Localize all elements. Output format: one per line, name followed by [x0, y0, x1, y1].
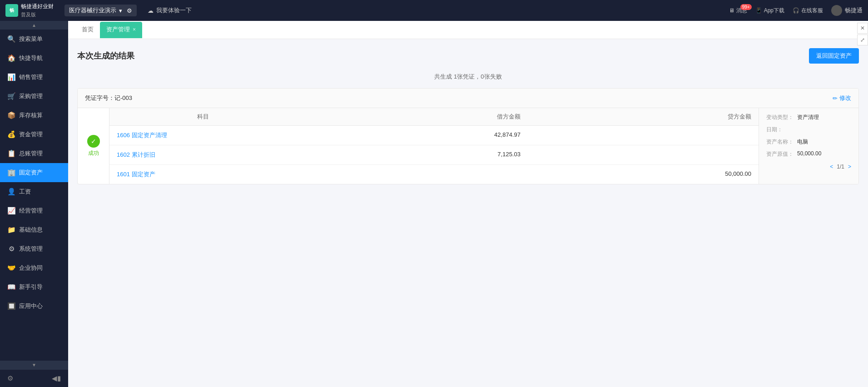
payroll-icon: 👤 — [7, 188, 15, 196]
tab-asset-mgmt[interactable]: 资产管理 × — [100, 22, 142, 38]
system-icon: ⚙ — [7, 245, 15, 253]
row2-debit: 7,125.03 — [297, 145, 528, 164]
sidebar-item-ledger[interactable]: 📋总账管理 — [0, 144, 68, 163]
original-value-value: 50,000.00 — [797, 150, 821, 158]
edit-icon: ✏ — [833, 95, 838, 102]
sidebar: ▲ 🔍搜索菜单🏠快捷导航📊销售管理🛒采购管理📦库存核算💰资金管理📋总账管理🏢固定… — [0, 21, 68, 387]
status-column: ✓ 成功 — [78, 108, 109, 184]
success-label: 成功 — [88, 149, 99, 157]
sidebar-item-purchase[interactable]: 🛒采购管理 — [0, 87, 68, 106]
company-selector[interactable]: 医疗器械行业演示 ▾ ⚙ — [64, 5, 137, 16]
row1-credit — [528, 126, 759, 145]
sidebar-item-base-info[interactable]: 📁基础信息 — [0, 220, 68, 239]
logo-title: 畅捷通好业财 — [21, 3, 54, 10]
company-name: 医疗器械行业演示 — [69, 6, 116, 15]
return-fixed-assets-button[interactable]: 返回固定资产 — [809, 48, 859, 64]
guide-icon: 📖 — [7, 283, 15, 291]
sidebar-item-system[interactable]: ⚙系统管理 — [0, 239, 68, 258]
cloud-icon: ☁ — [148, 7, 154, 14]
sidebar-item-label: 企业协同 — [19, 264, 43, 272]
sidebar-item-guide[interactable]: 📖新手引导 — [0, 278, 68, 297]
sidebar-item-label: 基础信息 — [19, 226, 43, 234]
panel-controls: ✕ ⤢ — [857, 23, 868, 45]
settings-icon[interactable]: ⚙ — [127, 7, 132, 14]
voucher-table: 科目 借方金额 贷方金额 1606 固定资产清理 42,874.97 16 — [109, 108, 759, 184]
top-header: 畅 畅捷通好业财 普及版 医疗器械行业演示 ▾ ⚙ ☁ 我要体验一下 🖥 消息 … — [0, 0, 868, 21]
sidebar-item-label: 系统管理 — [19, 245, 43, 253]
sidebar-item-label: 销售管理 — [19, 73, 43, 81]
app-download-action[interactable]: 📱 App下载 — [755, 7, 784, 15]
operations-icon: 📈 — [7, 207, 15, 215]
scroll-down-button[interactable]: ▼ — [0, 361, 68, 369]
row2-credit — [528, 145, 759, 164]
sidebar-item-inventory[interactable]: 📦库存核算 — [0, 106, 68, 125]
sidebar-item-label: 工资 — [19, 188, 31, 196]
original-value-label: 资产原值： — [766, 150, 794, 158]
download-icon: 📱 — [755, 7, 762, 14]
prev-page-button[interactable]: < — [830, 164, 833, 170]
scroll-up-button[interactable]: ▲ — [0, 21, 68, 30]
sidebar-item-label: 搜索菜单 — [19, 35, 43, 43]
table-row: 1602 累计折旧 7,125.03 — [109, 145, 759, 165]
sidebar-item-funds[interactable]: 💰资金管理 — [0, 125, 68, 144]
header-subject: 科目 — [109, 108, 297, 125]
user-area[interactable]: 畅捷通 — [831, 5, 863, 16]
page-content: 本次生成的结果 返回固定资产 共生成 1张凭证，0张失败 凭证字号：记-003 … — [68, 39, 868, 387]
sidebar-item-payroll[interactable]: 👤工资 — [0, 182, 68, 201]
messages-badge: 99+ — [740, 4, 752, 10]
row1-debit: 42,874.97 — [297, 126, 528, 145]
expand-panel-button[interactable]: ⤢ — [857, 35, 868, 45]
sidebar-item-label: 经营管理 — [19, 207, 43, 215]
close-panel-button[interactable]: ✕ — [857, 23, 868, 34]
row3-credit: 50,000.00 — [528, 165, 759, 184]
change-type-value: 资产清理 — [797, 114, 819, 121]
row3-debit — [297, 165, 528, 184]
quick-nav-icon: 🏠 — [7, 54, 15, 62]
collapse-icon[interactable]: ◀▮ — [52, 374, 61, 382]
header-left: 畅 畅捷通好业财 普及版 医疗器械行业演示 ▾ ⚙ ☁ 我要体验一下 — [5, 3, 192, 18]
sidebar-item-cooperation[interactable]: 🤝企业协同 — [0, 258, 68, 278]
logo-area: 畅 畅捷通好业财 普及版 — [5, 3, 54, 18]
asset-name-label: 资产名称： — [766, 138, 794, 146]
table-row: 1601 固定资产 50,000.00 — [109, 165, 759, 184]
username: 畅捷通 — [845, 6, 863, 15]
sidebar-scroll: 🔍搜索菜单🏠快捷导航📊销售管理🛒采购管理📦库存核算💰资金管理📋总账管理🏢固定资产… — [0, 30, 68, 361]
experience-button[interactable]: ☁ 我要体验一下 — [148, 6, 192, 15]
sidebar-item-label: 快捷导航 — [19, 54, 43, 62]
sidebar-item-fixed-assets[interactable]: 🏢固定资产 — [0, 163, 68, 182]
sidebar-item-label: 应用中心 — [19, 302, 43, 310]
next-page-button[interactable]: > — [848, 164, 851, 170]
voucher-code: 凭证字号：记-003 — [85, 94, 132, 102]
inventory-icon: 📦 — [7, 111, 15, 119]
headset-icon: 🎧 — [793, 7, 799, 14]
change-type-label: 变动类型： — [766, 114, 794, 121]
search-icon: 🔍 — [7, 35, 15, 43]
tab-close-icon[interactable]: × — [133, 26, 136, 33]
edit-voucher-button[interactable]: ✏ 修改 — [833, 94, 851, 102]
settings-bottom-icon[interactable]: ⚙ — [7, 374, 13, 382]
asset-name-row: 资产名称： 电脑 — [766, 138, 851, 146]
logo-icon: 畅 — [5, 4, 18, 17]
messages-action[interactable]: 🖥 消息 99+ — [729, 7, 747, 15]
sidebar-item-sales[interactable]: 📊销售管理 — [0, 68, 68, 87]
online-service-action[interactable]: 🎧 在线客服 — [793, 7, 823, 15]
page-title: 本次生成的结果 — [77, 50, 134, 61]
fixed-assets-icon: 🏢 — [7, 169, 15, 177]
header-debit: 借方金额 — [297, 108, 528, 125]
sales-icon: 📊 — [7, 73, 15, 81]
summary-text: 共生成 1张凭证，0张失败 — [77, 73, 859, 81]
sidebar-item-label: 总账管理 — [19, 149, 43, 158]
base-info-icon: 📁 — [7, 226, 15, 234]
status-wrapper: ✓ 成功 — [87, 135, 100, 157]
ledger-icon: 📋 — [7, 149, 15, 158]
tab-home[interactable]: 首页 — [75, 22, 100, 38]
sidebar-item-label: 资金管理 — [19, 130, 43, 139]
sidebar-item-quick-nav[interactable]: 🏠快捷导航 — [0, 49, 68, 68]
edition-tag: 普及版 — [21, 11, 54, 18]
sidebar-item-app-center[interactable]: 🔲应用中心 — [0, 297, 68, 316]
voucher-body: ✓ 成功 科目 借方金额 贷方金额 — [78, 108, 858, 184]
sidebar-item-label: 库存核算 — [19, 111, 43, 119]
sidebar-item-search[interactable]: 🔍搜索菜单 — [0, 30, 68, 49]
sidebar-item-operations[interactable]: 📈经营管理 — [0, 201, 68, 220]
change-type-row: 变动类型： 资产清理 — [766, 114, 851, 121]
